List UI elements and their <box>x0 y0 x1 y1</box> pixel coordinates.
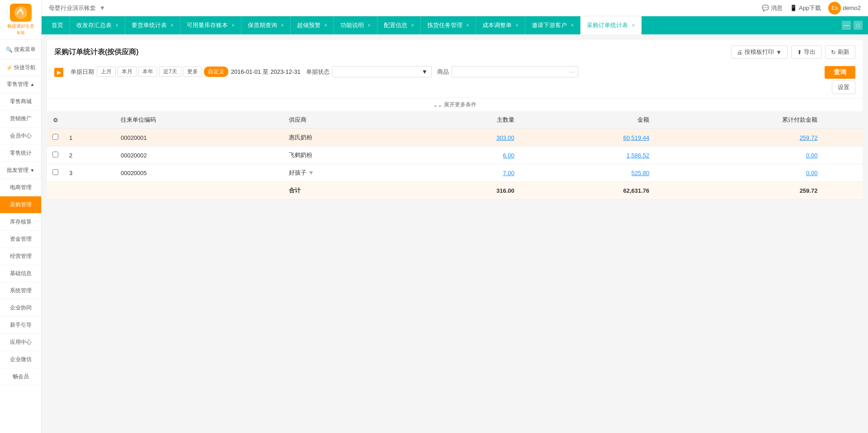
tab-overstock-warning[interactable]: 超储预警 × <box>291 16 334 34</box>
sidebar-item-inventory[interactable]: 库存核算 <box>0 214 41 231</box>
th-code: 往来单位编码 <box>115 111 283 129</box>
sidebar-item-retail-stats[interactable]: 零售统计 <box>0 145 41 162</box>
date-btn-7days[interactable]: 近7天 <box>159 67 181 77</box>
footer-paid: 259.72 <box>655 182 823 200</box>
tab-available-stock[interactable]: 可用量库存账本 × <box>180 16 241 34</box>
filter-toggle-btn[interactable]: ▶ <box>54 68 63 77</box>
sidebar-item-retail-store[interactable]: 零售商城 <box>0 93 41 110</box>
sidebar-item-finance[interactable]: 资金管理 <box>0 231 41 248</box>
tab-close-icon[interactable]: × <box>368 22 371 29</box>
date-btn-more[interactable]: 更多 <box>183 67 202 77</box>
search-icon: 🔍 <box>6 47 13 53</box>
sidebar-item-operations[interactable]: 经营管理 <box>0 248 41 265</box>
window-minimize-btn[interactable]: — <box>842 21 851 30</box>
goods-input-area[interactable]: ··· <box>452 66 578 77</box>
date-btn-this-year[interactable]: 本年 <box>138 67 157 77</box>
sidebar-item-purchase[interactable]: 采购管理 <box>0 196 41 214</box>
sidebar-item-guide[interactable]: 新手引导 <box>0 317 41 334</box>
tab-close-icon[interactable]: × <box>466 22 469 29</box>
header-bar: 母婴行业演示账套 ▼ 💬 消息 📱 App下载 Ea demo2 <box>42 0 868 16</box>
sidebar-search-section[interactable]: 🔍 搜索菜单 <box>0 40 41 60</box>
row-checkbox[interactable] <box>52 169 58 175</box>
tab-close-icon[interactable]: × <box>571 22 574 29</box>
sidebar-item-members[interactable]: 会员中心 <box>0 128 41 145</box>
user-area[interactable]: Ea demo2 <box>828 2 861 14</box>
td-quantity[interactable]: 6.00 <box>415 147 520 164</box>
tab-home[interactable]: 首页 <box>45 16 70 34</box>
tab-close-icon[interactable]: × <box>324 22 327 29</box>
table-row: 1 00020001 惠氏奶粉 303.00 60,519.44 259.72 <box>47 129 863 147</box>
search-menu-button[interactable]: 🔍 搜索菜单 <box>3 43 38 56</box>
tab-receive-send-summary[interactable]: 收发存汇总表 × <box>70 16 125 34</box>
goods-search-input[interactable] <box>456 68 569 75</box>
tab-close-icon[interactable]: × <box>170 22 174 29</box>
tab-expiry-query[interactable]: 保质期查询 × <box>241 16 291 34</box>
sidebar-item-collab[interactable]: 企业协同 <box>0 300 41 317</box>
td-paid[interactable]: 0.00 <box>655 164 823 182</box>
td-extra <box>823 147 863 164</box>
td-amount[interactable]: 60,519.44 <box>520 129 655 147</box>
date-btn-last-month[interactable]: 上月 <box>97 67 116 77</box>
sidebar-item-retail-mgmt[interactable]: 零售管理 ▲ <box>0 76 41 93</box>
sidebar-item-basic-info[interactable]: 基础信息 <box>0 265 41 282</box>
quick-nav-section[interactable]: ⚡ 快捷导航 <box>0 60 41 76</box>
search-btn[interactable]: 查询 <box>825 66 855 79</box>
settings-icon[interactable]: ⚙ <box>53 117 58 124</box>
date-btn-this-month[interactable]: 本月 <box>118 67 137 77</box>
dropdown-icon[interactable]: ▼ <box>99 5 105 11</box>
status-select[interactable]: ▼ <box>332 66 432 77</box>
sidebar-item-wholesale[interactable]: 批发管理 ▼ <box>0 162 41 179</box>
tab-close-icon[interactable]: × <box>515 22 519 29</box>
quick-nav-button[interactable]: ⚡ 快捷导航 <box>3 62 38 74</box>
tab-close-icon[interactable]: × <box>411 22 414 29</box>
refresh-btn[interactable]: ↻ 刷新 <box>825 45 855 59</box>
row-checkbox[interactable] <box>52 134 58 140</box>
footer-quantity: 316.00 <box>415 182 520 200</box>
th-settings[interactable]: ⚙ <box>47 111 64 129</box>
tab-pick-task[interactable]: 拣货任务管理 × <box>421 16 476 34</box>
export-btn[interactable]: ⬆ 导出 <box>791 45 821 59</box>
td-checkbox[interactable] <box>47 147 64 164</box>
td-quantity[interactable]: 7.00 <box>415 164 520 182</box>
tab-order-stats[interactable]: 要货单统计表 × <box>125 16 180 34</box>
tab-config-info[interactable]: 配置信息 × <box>377 16 421 34</box>
app-download-btn[interactable]: 📱 App下载 <box>790 4 821 12</box>
td-code: 00020002 <box>115 147 283 164</box>
expand-more-btn[interactable]: ⌄⌄ 展开更多条件 <box>47 98 863 111</box>
sidebar-item-app-center[interactable]: 应用中心 <box>0 334 41 351</box>
date-label: 单据日期 <box>71 68 94 76</box>
tab-close-icon[interactable]: × <box>281 22 284 29</box>
td-checkbox[interactable] <box>47 129 64 147</box>
td-paid[interactable]: 259.72 <box>655 129 823 147</box>
sidebar-item-ecommerce[interactable]: 电商管理 <box>0 179 41 196</box>
settings-btn[interactable]: 设置 <box>832 81 855 94</box>
window-maximize-btn[interactable]: □ <box>854 21 863 30</box>
tab-close-icon[interactable]: × <box>231 22 235 29</box>
td-amount[interactable]: 1,586.52 <box>520 147 655 164</box>
template-print-btn[interactable]: 🖨 按模板打印 ▼ <box>731 45 788 59</box>
td-quantity[interactable]: 303.00 <box>415 129 520 147</box>
tab-cost-adjust[interactable]: 成本调整单 × <box>476 16 525 34</box>
row-checkbox[interactable] <box>52 152 58 157</box>
tab-purchase-order-stats[interactable]: 采购订单统计表 × <box>580 16 642 34</box>
table-footer: 合计 316.00 62,631.76 259.72 <box>47 182 863 200</box>
tab-close-icon[interactable]: × <box>632 22 635 29</box>
message-btn[interactable]: 💬 消息 <box>762 4 783 12</box>
tab-invite-downstream[interactable]: 邀请下游客户 × <box>525 16 580 34</box>
td-checkbox[interactable] <box>47 164 64 182</box>
date-btn-custom[interactable]: 自定义 <box>204 67 228 77</box>
th-amount: 金额 <box>520 111 655 129</box>
td-paid[interactable]: 0.00 <box>655 147 823 164</box>
sidebar-item-wechat[interactable]: 企业微信 <box>0 351 41 368</box>
sidebar-item-system[interactable]: 系统管理 <box>0 282 41 300</box>
footer-extra <box>823 182 863 200</box>
td-supplier: 飞鹤奶粉 <box>283 147 415 164</box>
tab-close-icon[interactable]: × <box>115 22 118 29</box>
page-content-area: 采购订单统计表(按供应商) 🖨 按模板打印 ▼ ⬆ 导出 ↻ 刷新 <box>42 34 868 433</box>
sidebar-item-marketing[interactable]: 营销推广 <box>0 110 41 128</box>
expand-row-icon[interactable]: ▼ <box>308 169 314 176</box>
td-index: 3 <box>64 164 115 182</box>
sidebar-item-membership[interactable]: 畅会员 <box>0 368 41 385</box>
td-amount[interactable]: 525.80 <box>520 164 655 182</box>
tab-feature-desc[interactable]: 功能说明 × <box>334 16 377 34</box>
